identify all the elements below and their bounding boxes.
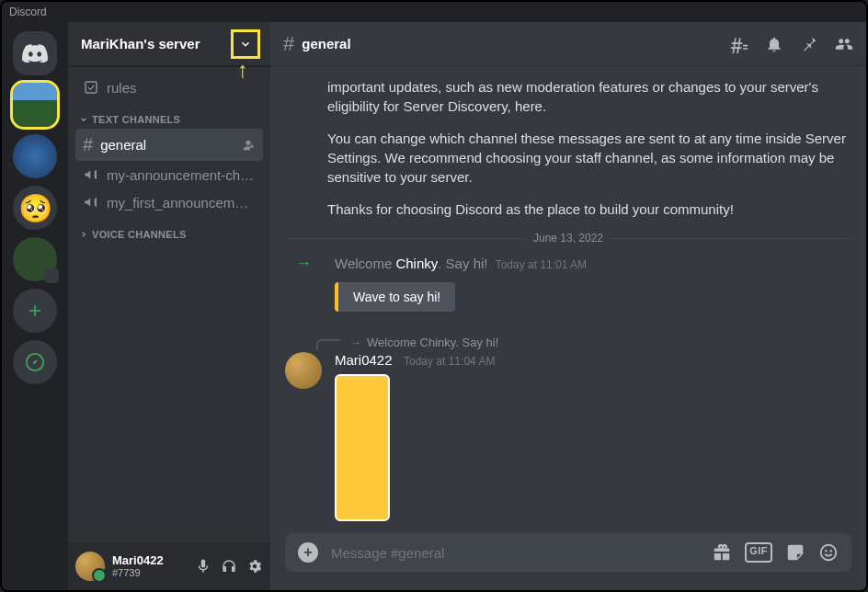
- intro-p2: You can change which channel these messa…: [327, 129, 851, 187]
- category-label: VOICE CHANNELS: [92, 229, 187, 240]
- svg-point-2: [821, 545, 837, 561]
- pinned-button[interactable]: [800, 35, 818, 53]
- gear-icon: [246, 558, 263, 575]
- bell-icon: [765, 35, 783, 53]
- gift-button[interactable]: [712, 542, 732, 563]
- welcome-time: Today at 11:01 AM: [496, 258, 587, 271]
- channel-label: rules: [107, 80, 256, 96]
- chat-area: # general important updates, such as new…: [270, 22, 866, 590]
- server-item-4[interactable]: [13, 237, 57, 281]
- server-rail: 🥺 +: [2, 22, 68, 590]
- user-panel: Mari0422 #7739: [68, 542, 270, 590]
- intro-p1: important updates, such as new moderatio…: [327, 77, 851, 116]
- megaphone-icon: [83, 194, 99, 211]
- channel-rules[interactable]: rules: [75, 74, 263, 101]
- compass-icon: [25, 352, 45, 372]
- category-text-channels[interactable]: TEXT CHANNELS: [79, 114, 259, 125]
- channel-label: my_first_announcemen...: [107, 195, 256, 211]
- reply-text: Welcome Chinky. Say hi!: [367, 336, 498, 349]
- emoji-button[interactable]: [818, 542, 839, 563]
- megaphone-icon: [83, 166, 99, 183]
- pin-icon: [800, 35, 818, 53]
- user-tag: #7739: [112, 567, 188, 578]
- welcome-message: → Welcome Chinky. Say hi! Today at 11:01…: [285, 254, 851, 273]
- welcome-suffix: . Say hi!: [438, 256, 487, 271]
- channel-title: general: [302, 36, 723, 51]
- channel-list: rules TEXT CHANNELS # general my-announc…: [68, 66, 270, 542]
- emoji-icon: [818, 542, 839, 563]
- chat-header: # general: [270, 22, 866, 66]
- hash-icon: #: [83, 134, 93, 155]
- explore-button[interactable]: [13, 340, 57, 384]
- reply-arrow-icon: →: [349, 336, 361, 349]
- channel-announce-2[interactable]: my_first_announcemen...: [75, 188, 263, 216]
- home-button[interactable]: [13, 31, 57, 75]
- wave-button[interactable]: Wave to say hi!: [335, 282, 455, 312]
- svg-point-4: [830, 550, 832, 552]
- message-time: Today at 11:04 AM: [404, 355, 495, 368]
- chevron-down-icon: [239, 38, 252, 51]
- threads-button[interactable]: [730, 35, 748, 53]
- channel-label: my-announcement-cha...: [107, 167, 256, 183]
- rules-icon: [83, 79, 99, 96]
- welcome-username[interactable]: Chinky: [395, 256, 438, 271]
- svg-point-3: [825, 550, 827, 552]
- server-item-3[interactable]: 🥺: [13, 186, 57, 230]
- server-name: MariKhan's server: [81, 36, 200, 51]
- deafen-button[interactable]: [221, 558, 237, 575]
- server-item-selected[interactable]: [13, 83, 57, 127]
- sticker-button[interactable]: [785, 542, 805, 563]
- welcome-prefix: Welcome: [335, 256, 395, 271]
- mic-icon: [195, 558, 211, 575]
- headphones-icon: [221, 558, 237, 575]
- date-divider: June 13, 2022: [285, 232, 851, 245]
- annotation-arrow: ↑: [237, 57, 248, 83]
- app-title: Discord: [9, 6, 47, 18]
- settings-button[interactable]: [246, 558, 263, 575]
- reply-reference[interactable]: → Welcome Chinky. Say hi!: [316, 334, 851, 350]
- user-info[interactable]: Mari0422 #7739: [112, 554, 188, 578]
- server-badge-icon: [44, 268, 59, 283]
- date-text: June 13, 2022: [533, 232, 603, 245]
- channel-general[interactable]: # general: [75, 129, 263, 161]
- discord-logo-icon: [22, 44, 48, 63]
- intro-p3: Thanks for choosing Discord as the place…: [327, 199, 851, 219]
- gif-button[interactable]: GIF: [745, 542, 772, 563]
- category-voice-channels[interactable]: VOICE CHANNELS: [79, 229, 259, 240]
- mute-button[interactable]: [195, 558, 211, 575]
- user-avatar[interactable]: [75, 552, 105, 581]
- attach-button[interactable]: +: [298, 542, 318, 563]
- server-item-2[interactable]: [13, 134, 57, 178]
- join-arrow-icon: →: [285, 254, 322, 273]
- members-button[interactable]: [835, 35, 853, 53]
- message-input[interactable]: [331, 545, 699, 561]
- wave-label: Wave to say hi!: [353, 290, 440, 304]
- chevron-right-icon: [79, 230, 88, 239]
- user-name: Mari0422: [112, 554, 188, 567]
- channel-announce-1[interactable]: my-announcement-cha...: [75, 161, 263, 188]
- notifications-button[interactable]: [765, 35, 783, 53]
- hash-icon: #: [283, 32, 294, 56]
- message-avatar[interactable]: [285, 352, 322, 389]
- titlebar: Discord: [2, 2, 866, 22]
- message-author[interactable]: Mari0422: [335, 352, 393, 368]
- channel-label: general: [100, 137, 234, 153]
- sticker-image[interactable]: [335, 374, 390, 521]
- members-icon: [835, 35, 853, 53]
- server-dropdown-button[interactable]: [234, 32, 257, 56]
- channel-sidebar: MariKhan's server rules TEXT CHANNELS # …: [68, 22, 270, 590]
- chevron-down-icon: [79, 115, 88, 124]
- create-invite-icon[interactable]: [241, 138, 256, 153]
- message-item: Mari0422 Today at 11:04 AM: [285, 352, 851, 521]
- gift-icon: [712, 542, 732, 563]
- message-list[interactable]: important updates, such as new moderatio…: [270, 66, 866, 533]
- add-server-button[interactable]: +: [13, 289, 57, 333]
- threads-icon: [730, 35, 748, 53]
- category-label: TEXT CHANNELS: [92, 114, 180, 125]
- message-composer: + GIF: [285, 533, 851, 572]
- sticker-icon: [785, 542, 805, 563]
